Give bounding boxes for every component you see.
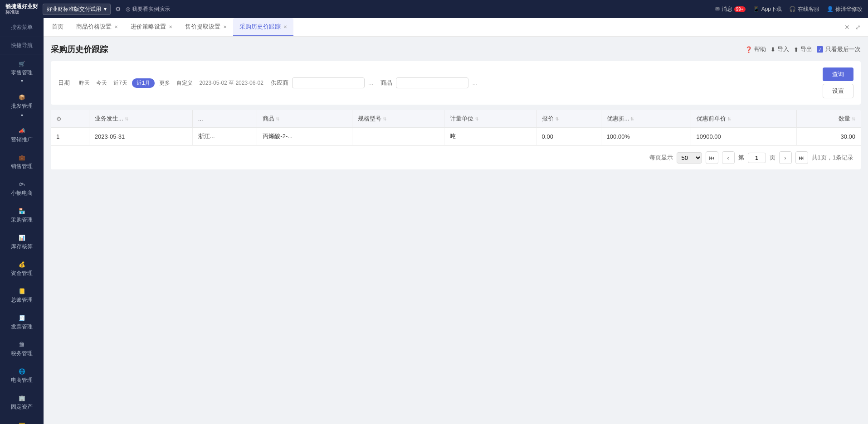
sidebar-item-marketing[interactable]: 📣 营销推广 [0, 121, 44, 148]
pag-page-unit: 页 [770, 154, 775, 162]
table-body: 1 2023-05-31 浙江... 丙烯酸-2-... 吨 0.00 100.… [51, 128, 861, 145]
supplier-more-btn[interactable]: ... [368, 79, 374, 87]
sidebar-item-wholesale[interactable]: 📦 批发管理 ▴ [0, 88, 44, 121]
pag-page-label: 第 [738, 154, 744, 162]
demo-btn[interactable]: ◎ 我要看实例演示 [126, 5, 170, 13]
sidebar-item-fixed-assets[interactable]: 🏢 固定资产 [0, 389, 44, 415]
cell-price: 0.00 [536, 128, 601, 145]
tab-bar: 首页 商品价格设置 ✕ 进价策略设置 ✕ 售价提取设置 ✕ 采购历史价跟踪 ✕ … [44, 18, 868, 37]
sidebar-quick-nav[interactable]: 快捷导航 [0, 37, 44, 54]
sidebar-item-ecommerce-small[interactable]: 🛍 小畅电商 [0, 175, 44, 202]
tab-price-extract-close[interactable]: ✕ [223, 24, 227, 29]
tab-purchase-strategy[interactable]: 进价策略设置 ✕ [124, 18, 179, 36]
export-btn[interactable]: ⬆ 导出 [794, 45, 812, 53]
message-btn[interactable]: ✉ 消息 99+ [715, 5, 746, 13]
import-btn[interactable]: ⬇ 导入 [770, 45, 789, 53]
tab-price[interactable]: 商品价格设置 ✕ [70, 18, 124, 36]
date-last1m[interactable]: 近1月 [132, 78, 155, 88]
table-header: ⚙ 业务发生... ⇅ ... [51, 110, 861, 128]
date-custom[interactable]: 自定义 [175, 78, 195, 88]
goods-more-btn[interactable]: ... [472, 79, 478, 87]
only-last-checkbox[interactable]: 只看最后一次 [817, 45, 861, 53]
user-btn[interactable]: 👤 徐泽华修改 [827, 5, 863, 13]
tab-purchase-history-close[interactable]: ✕ [283, 24, 287, 29]
table-wrapper: ⚙ 业务发生... ⇅ ... [51, 110, 861, 169]
page-title: 采购历史价跟踪 [51, 44, 108, 55]
sidebar-item-retail[interactable]: 🛒 零售管理 ▾ [0, 54, 44, 88]
th-discount[interactable]: 优惠折... ⇅ [601, 110, 691, 128]
sidebar-item-ecommerce[interactable]: 🌐 电商管理 [0, 362, 44, 389]
cell-unit: 吨 [444, 128, 536, 145]
sidebar: 搜索菜单 快捷导航 🛒 零售管理 ▾ 📦 批发管理 ▴ 📣 营销推广 💼 销售管… [0, 18, 44, 424]
table-row: 1 2023-05-31 浙江... 丙烯酸-2-... 吨 0.00 100.… [51, 128, 861, 145]
per-page-label: 每页显示 [649, 154, 673, 162]
pagination: 每页显示 50 100 200 ⏮ ‹ 第 页 › ⏭ 共1页，1条记录 [51, 145, 861, 169]
sidebar-item-accounting[interactable]: 📒 总账管理 [0, 282, 44, 308]
gear-btn[interactable]: ⚙ [115, 5, 121, 13]
tab-price-extract[interactable]: 售价提取设置 ✕ [179, 18, 233, 36]
th-qty[interactable]: 数量 ⇅ [796, 110, 861, 128]
th-date[interactable]: 业务发生... ⇅ [89, 110, 192, 128]
pag-page-input[interactable] [748, 153, 766, 163]
tab-purchase-history[interactable]: 采购历史价跟踪 ✕ [233, 18, 293, 36]
date-yesterday[interactable]: 昨天 [77, 78, 92, 88]
th-goods[interactable]: 商品 ⇅ [257, 110, 352, 128]
sidebar-search[interactable]: 搜索菜单 [0, 18, 44, 37]
sidebar-item-tax[interactable]: 🏛 税务管理 [0, 335, 44, 362]
tab-close-all-btn[interactable]: ✕ [843, 22, 852, 33]
cell-spec [352, 128, 444, 145]
th-spec[interactable]: 规格型号 ⇅ [352, 110, 444, 128]
tab-expand-btn[interactable]: ⤢ [853, 22, 863, 33]
th-extra[interactable]: ... [192, 110, 257, 128]
sidebar-item-purchase[interactable]: 🏪 采购管理 [0, 202, 44, 228]
supplier-input[interactable] [292, 77, 365, 88]
app-download-btn[interactable]: 📱 App下载 [753, 5, 782, 13]
date-last7[interactable]: 近7天 [112, 78, 129, 88]
sidebar-item-payroll[interactable]: 💳 工资 [0, 415, 44, 424]
th-gear[interactable]: ⚙ [51, 110, 89, 128]
help-btn[interactable]: ❓ 帮助 [745, 45, 766, 53]
filter-actions: 查询 设置 [823, 67, 853, 98]
pag-prev-btn[interactable]: ‹ [722, 151, 735, 164]
th-price[interactable]: 报价 ⇅ [536, 110, 601, 128]
pag-first-btn[interactable]: ⏮ [706, 151, 718, 164]
tab-purchase-strategy-close[interactable]: ✕ [169, 24, 172, 29]
top-bar: 畅捷通好业财 标准版 好业财标准版交付试用 ▾ ⚙ ◎ 我要看实例演示 ✉ 消息… [0, 0, 868, 18]
goods-input[interactable] [396, 77, 468, 88]
goods-filter: 商品 ... [380, 77, 478, 88]
query-button[interactable]: 查询 [823, 67, 853, 81]
tab-home[interactable]: 首页 [45, 18, 70, 36]
cell-pre-price: 10900.00 [691, 128, 796, 145]
date-range-display: 2023-05-02 至 2023-06-02 [199, 79, 263, 87]
date-today[interactable]: 今天 [94, 78, 109, 88]
version-selector[interactable]: 好业财标准版交付试用 ▾ [43, 4, 111, 15]
app-logo: 畅捷通好业财 标准版 [5, 3, 38, 15]
checkbox-icon [817, 46, 823, 53]
date-more[interactable]: 更多 [157, 78, 172, 88]
cell-discount: 100.00% [601, 128, 691, 145]
content-area: 首页 商品价格设置 ✕ 进价策略设置 ✕ 售价提取设置 ✕ 采购历史价跟踪 ✕ … [44, 18, 868, 424]
th-pre-price[interactable]: 优惠前单价 ⇅ [691, 110, 796, 128]
supplier-filter: 供应商 ... [271, 77, 374, 88]
sidebar-item-sales[interactable]: 💼 销售管理 [0, 148, 44, 175]
settings-button[interactable]: 设置 [823, 84, 853, 98]
page-content: 采购历史价跟踪 ❓ 帮助 ⬇ 导入 ⬆ 导出 [44, 37, 868, 424]
cell-supplier: 浙江... [192, 128, 257, 145]
online-service-btn[interactable]: 🎧 在线客服 [789, 5, 819, 13]
table-header-row: ⚙ 业务发生... ⇅ ... [51, 110, 861, 128]
per-page-select[interactable]: 50 100 200 [677, 152, 702, 164]
sidebar-item-inventory[interactable]: 📊 库存核算 [0, 228, 44, 255]
filter-bar: 日期 昨天 今天 近7天 近1月 更多 自定义 2023-05-02 至 202… [51, 61, 861, 105]
date-label: 日期 [58, 79, 70, 87]
sidebar-item-invoice[interactable]: 🧾 发票管理 [0, 308, 44, 335]
sidebar-item-finance[interactable]: 💰 资金管理 [0, 255, 44, 282]
th-unit[interactable]: 计量单位 ⇅ [444, 110, 536, 128]
tab-price-close[interactable]: ✕ [114, 24, 118, 29]
page-actions: ❓ 帮助 ⬇ 导入 ⬆ 导出 只看最后一次 [745, 45, 861, 53]
cell-date: 2023-05-31 [89, 128, 192, 145]
pag-next-btn[interactable]: › [779, 151, 792, 164]
pag-last-btn[interactable]: ⏭ [795, 151, 808, 164]
pag-total: 共1页，1条记录 [812, 154, 853, 162]
goods-label: 商品 [380, 79, 392, 87]
tab-bar-actions: ✕ ⤢ [843, 22, 866, 33]
